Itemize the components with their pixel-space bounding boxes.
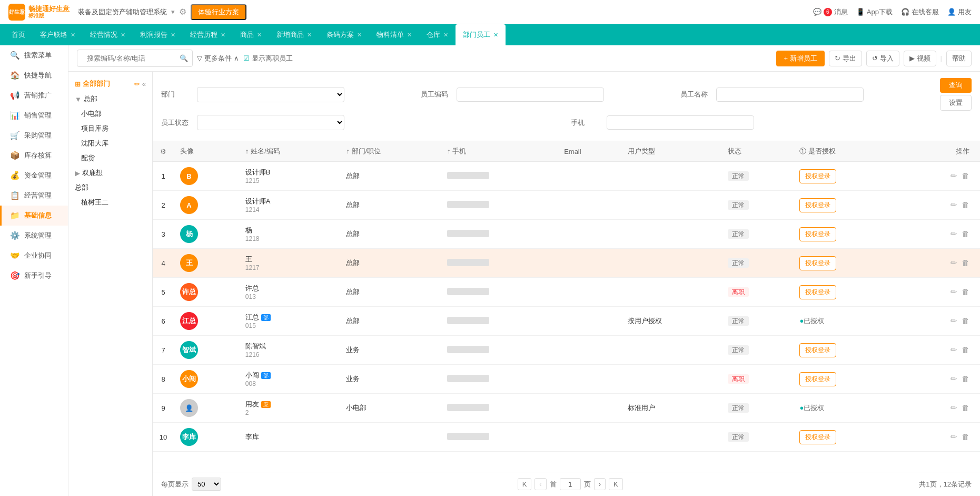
filter-button[interactable]: ▽ 更多条件 ∧ — [197, 54, 239, 63]
tab-bom[interactable]: 物料清单✕ — [369, 24, 419, 45]
edit-button[interactable]: ✏ — [948, 345, 959, 355]
delete-button[interactable]: 🗑 — [959, 374, 972, 383]
sidebar-item-system[interactable]: ⚙️ 系统管理 — [0, 226, 68, 246]
edit-button[interactable]: ✏ — [948, 229, 959, 239]
edit-button[interactable]: ✏ — [948, 374, 959, 384]
tab-customer[interactable]: 客户联络✕ — [33, 24, 83, 45]
status-select[interactable] — [197, 115, 344, 130]
delete-button[interactable]: 🗑 — [959, 258, 972, 267]
edit-button[interactable]: ✏ — [948, 171, 959, 181]
auth-button[interactable]: 授权登录 — [799, 343, 836, 357]
tree-node-zongbu-parent[interactable]: ▼ 总部 — [68, 92, 152, 106]
close-customer-icon[interactable]: ✕ — [71, 32, 75, 38]
close-employee-icon[interactable]: ✕ — [493, 32, 498, 38]
tab-warehouse[interactable]: 仓库✕ — [419, 24, 456, 45]
collapse-icon[interactable]: « — [142, 80, 146, 88]
delete-button[interactable]: 🗑 — [959, 287, 972, 296]
sidebar-item-finance[interactable]: 💰 资金管理 — [0, 166, 68, 186]
close-operation-icon[interactable]: ✕ — [121, 32, 125, 38]
tree-node-shuanglu[interactable]: ▶ 双鹿想 — [68, 166, 152, 180]
tab-barcode[interactable]: 条码方案✕ — [319, 24, 369, 45]
auth-button[interactable]: 授权登录 — [799, 285, 836, 299]
th-phone[interactable]: ↑ 手机 — [441, 141, 558, 162]
sidebar-item-guide[interactable]: 🎯 新手引导 — [0, 266, 68, 286]
tree-node-project[interactable]: 项目库房 — [68, 121, 152, 136]
export-button[interactable]: ↻ 导出 — [829, 51, 862, 66]
sidebar-item-quicknav[interactable]: 🏠 快捷导航 — [0, 65, 68, 85]
edit-dept-icon[interactable]: ✏ — [134, 80, 140, 88]
sidebar-item-inventory[interactable]: 📦 库存核算 — [0, 145, 68, 166]
tree-node-zhishu[interactable]: 植树王二 — [68, 195, 152, 210]
tab-profit[interactable]: 利润报告✕ — [133, 24, 183, 45]
sidebar-item-purchase[interactable]: 🛒 采购管理 — [0, 125, 68, 145]
code-input[interactable] — [457, 87, 604, 102]
app-download-item[interactable]: 📱 App下载 — [856, 7, 893, 17]
tab-new-goods[interactable]: 新增商品✕ — [269, 24, 319, 45]
tree-node-zongbu2[interactable]: 总部 — [68, 180, 152, 195]
tree-node-xiaodian[interactable]: 小电部 — [68, 106, 152, 121]
th-settings[interactable]: ⚙ — [153, 141, 174, 162]
close-warehouse-icon[interactable]: ✕ — [443, 32, 448, 38]
edit-button[interactable]: ✏ — [948, 316, 959, 326]
auth-button[interactable]: 授权登录 — [799, 430, 836, 444]
auth-button[interactable]: 授权登录 — [799, 169, 836, 183]
phone-input[interactable] — [607, 115, 754, 130]
edit-button[interactable]: ✏ — [948, 432, 959, 442]
add-employee-button[interactable]: + 新增员工 — [776, 51, 824, 66]
close-profit-icon[interactable]: ✕ — [171, 32, 175, 38]
help-button[interactable]: 帮助 — [946, 51, 972, 66]
tree-node-peihuo[interactable]: 配货 — [68, 151, 152, 166]
edit-button[interactable]: ✏ — [948, 403, 959, 413]
delete-button[interactable]: 🗑 — [959, 345, 972, 354]
delete-button[interactable]: 🗑 — [959, 171, 972, 180]
trial-button[interactable]: 体验行业方案 — [191, 4, 246, 20]
sidebar-item-search[interactable]: 🔍 搜索菜单 — [0, 45, 68, 65]
delete-button[interactable]: 🗑 — [959, 229, 972, 238]
sidebar-item-sales[interactable]: 📊 销售管理 — [0, 105, 68, 125]
sidebar-item-biz[interactable]: 📋 经营管理 — [0, 186, 68, 206]
tab-operation[interactable]: 经营情况✕ — [83, 24, 133, 45]
import-button[interactable]: ↺ 导入 — [866, 51, 899, 66]
dept-select[interactable] — [197, 87, 344, 102]
close-bom-icon[interactable]: ✕ — [407, 32, 412, 38]
auth-button[interactable]: 授权登录 — [799, 227, 836, 241]
close-history-icon[interactable]: ✕ — [221, 32, 225, 38]
close-barcode-icon[interactable]: ✕ — [357, 32, 362, 38]
last-page-button[interactable]: K — [609, 478, 623, 490]
query-button[interactable]: 查询 — [940, 78, 972, 93]
system-name-dropdown[interactable]: ▾ — [171, 8, 175, 16]
tab-home[interactable]: 首页 — [4, 24, 33, 45]
user-item[interactable]: 👤 用友 — [947, 7, 972, 17]
edit-button[interactable]: ✏ — [948, 258, 959, 268]
first-page-button[interactable]: K — [518, 478, 532, 490]
th-dept[interactable]: ↑ 部门/职位 — [340, 141, 441, 162]
edit-button[interactable]: ✏ — [948, 200, 959, 210]
edit-button[interactable]: ✏ — [948, 287, 959, 297]
tab-goods[interactable]: 商品✕ — [233, 24, 269, 45]
next-page-button[interactable]: › — [594, 478, 606, 490]
tree-node-shenyang[interactable]: 沈阳大库 — [68, 136, 152, 151]
set-button[interactable]: 设置 — [940, 95, 972, 111]
th-name[interactable]: ↑ 姓名/编码 — [239, 141, 340, 162]
sidebar-item-marketing[interactable]: 📢 营销推广 — [0, 85, 68, 105]
gear-settings[interactable]: ⚙ — [179, 7, 186, 17]
prev-page-button[interactable]: ‹ — [534, 478, 546, 490]
view-button[interactable]: ▶ 视频 — [904, 51, 936, 66]
message-item[interactable]: 💬 6 消息 — [813, 7, 848, 17]
auth-button[interactable]: 授权登录 — [799, 372, 836, 386]
page-input[interactable] — [560, 478, 581, 490]
per-page-select[interactable]: 50 100 — [192, 478, 221, 491]
sidebar-item-basic[interactable]: 📁 基础信息 — [0, 206, 68, 226]
search-bar[interactable]: 🔍 — [77, 50, 193, 67]
tab-employee[interactable]: 部门员工✕ — [456, 24, 506, 45]
name-input[interactable] — [716, 87, 864, 102]
auth-button[interactable]: 授权登录 — [799, 198, 836, 212]
delete-button[interactable]: 🗑 — [959, 316, 972, 325]
close-goods-icon[interactable]: ✕ — [257, 32, 262, 38]
auth-button[interactable]: 授权登录 — [799, 256, 836, 270]
sidebar-item-collab[interactable]: 🤝 企业协同 — [0, 246, 68, 266]
show-archive-toggle[interactable]: ☑ 显示离职员工 — [243, 54, 293, 63]
delete-button[interactable]: 🗑 — [959, 403, 972, 412]
close-new-goods-icon[interactable]: ✕ — [307, 32, 312, 38]
search-input[interactable] — [82, 52, 177, 65]
